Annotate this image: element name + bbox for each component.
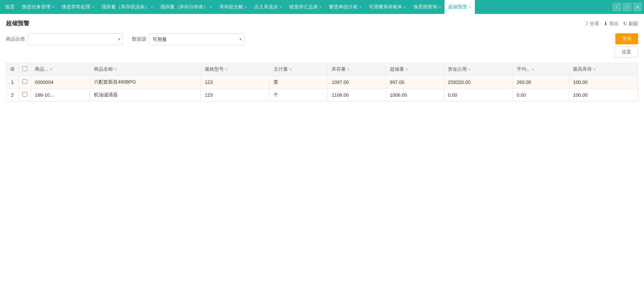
- close-icon-10[interactable]: ×: [439, 5, 441, 9]
- nav-label-2: 拣货异常处理: [62, 4, 90, 10]
- nav-item-overstock[interactable]: 超储预警 ×: [444, 0, 475, 14]
- cell-stock-1: 1106.00: [328, 89, 386, 101]
- export-label: 导出: [609, 21, 619, 27]
- nav-more-btn[interactable]: ≡: [633, 3, 642, 11]
- refresh-label: 刷新: [629, 21, 638, 27]
- nav-item-stock-dist[interactable]: 现存量（库存分布表） ×: [157, 0, 215, 14]
- category-select[interactable]: [28, 33, 123, 45]
- page-title: 超储预警: [6, 20, 29, 27]
- nav-label-3: 现存量（库存状况表）: [102, 4, 149, 10]
- sort-icon-max-stock: ⇅: [593, 67, 596, 71]
- th-unit[interactable]: 主计量 ⇅: [270, 63, 328, 76]
- close-icon-6[interactable]: ×: [279, 5, 282, 9]
- main-content: 超储预警 ⤴ 分享 ⬇ 导出 ↻ 刷新 商品分类: [0, 14, 644, 293]
- query-button[interactable]: 查询: [615, 33, 638, 44]
- nav-item-batch[interactable]: 库存批次账 ×: [216, 0, 250, 14]
- export-btn[interactable]: ⬇ 导出: [604, 21, 619, 27]
- gear-icon[interactable]: ⚙: [10, 66, 15, 72]
- sort-icon-overstock: ⇅: [405, 67, 408, 71]
- select-all-checkbox[interactable]: [22, 66, 27, 71]
- th-capital[interactable]: 资金占用 ⇅: [444, 63, 513, 76]
- export-icon: ⬇: [604, 21, 608, 26]
- nav-arrows: ‹ › ≡: [612, 3, 643, 11]
- datasource-select-wrapper: 可用量 ▾: [149, 33, 245, 45]
- th-spec[interactable]: 规格型号 ⇅: [201, 63, 270, 76]
- close-icon-4[interactable]: ×: [209, 5, 212, 9]
- nav-item-stock-status[interactable]: 现存量（库存状况表） ×: [98, 0, 157, 14]
- cell-unit-0: 套: [270, 76, 328, 89]
- nav-label-4: 现存量（库存分布表）: [160, 4, 208, 10]
- nav-label-1: 拣货任务管理: [22, 4, 51, 10]
- row-num-0: 1: [6, 76, 19, 89]
- close-icon-5[interactable]: ×: [245, 5, 247, 9]
- close-icon-3[interactable]: ×: [151, 5, 153, 9]
- nav-item-task-mgmt[interactable]: 拣货任务管理 ×: [18, 0, 58, 14]
- close-icon-9[interactable]: ×: [404, 5, 406, 9]
- th-max-stock-label: 最高库存: [573, 66, 592, 73]
- th-stock-label: 库存量: [332, 66, 346, 73]
- nav-label-9: 可用量库存账本: [369, 4, 402, 10]
- close-icon-1[interactable]: ×: [52, 5, 54, 9]
- category-label: 商品分类: [6, 36, 25, 42]
- cell-capital-0: 259220.00: [444, 76, 513, 89]
- cell-capital-1: 0.00: [444, 89, 513, 101]
- th-stock[interactable]: 库存量 ⇅: [328, 63, 386, 76]
- th-spec-label: 规格型号: [205, 66, 224, 73]
- nav-label-8: 要货单统计表: [329, 4, 358, 10]
- refresh-btn[interactable]: ↻ 刷新: [623, 21, 638, 27]
- row-num-1: 2: [6, 89, 19, 101]
- th-checkbox: [19, 63, 31, 76]
- cell-max-stock-0: 100.00: [569, 76, 638, 89]
- settings-button[interactable]: 设置: [615, 47, 638, 58]
- share-icon: ⤴: [586, 21, 588, 26]
- share-label: 分享: [590, 21, 599, 27]
- nav-prev-btn[interactable]: ‹: [612, 3, 621, 11]
- th-unit-label: 主计量: [274, 66, 288, 73]
- sort-icon-spec: ⇅: [225, 67, 228, 71]
- datasource-label: 数据源: [132, 36, 146, 42]
- th-overstock-label: 超储量: [390, 66, 404, 73]
- nav-item-summary[interactable]: 收发存汇总表 ×: [286, 0, 325, 14]
- nav-item-inout[interactable]: 出入库流水 ×: [250, 0, 285, 14]
- th-avg-label: 平均...: [517, 66, 530, 73]
- cell-spec-1: 123: [201, 89, 270, 101]
- nav-next-btn[interactable]: ›: [623, 3, 632, 11]
- th-product-name-label: 商品名称: [94, 66, 113, 73]
- row-check-1[interactable]: [22, 92, 27, 97]
- row-check-0[interactable]: [22, 79, 27, 84]
- th-overstock[interactable]: 超储量 ⇅: [386, 63, 444, 76]
- th-avg[interactable]: 平均... ⇅: [513, 63, 569, 76]
- sort-icon-product-code: ⇅: [50, 67, 52, 71]
- header-actions: ⤴ 分享 ⬇ 导出 ↻ 刷新: [586, 21, 638, 27]
- sort-icon-stock: ⇅: [347, 67, 350, 71]
- sort-icon-unit: ⇅: [289, 67, 292, 71]
- share-btn[interactable]: ⤴ 分享: [586, 21, 599, 27]
- th-product-code-label: 商品...: [35, 66, 48, 73]
- nav-item-exception[interactable]: 拣货异常处理 ×: [58, 0, 98, 14]
- table-row: 1 0000004 六配套新昌490BPG 123 套 1097.00 997.…: [6, 76, 638, 89]
- th-product-name[interactable]: 商品名称 ⇅: [90, 63, 201, 76]
- data-table: ⚙ 商品... ⇅ 商品名称 ⇅: [6, 63, 638, 101]
- nav-item-home[interactable]: 首页: [1, 0, 18, 14]
- filter-right: 查询 设置: [615, 33, 638, 58]
- close-icon-7[interactable]: ×: [319, 5, 322, 9]
- row-checkbox-0: [19, 76, 31, 89]
- nav-item-order-stat[interactable]: 要货单统计表 ×: [325, 0, 365, 14]
- nav-label-5: 库存批次账: [219, 4, 243, 10]
- sort-icon-avg: ⇅: [531, 67, 534, 71]
- nav-item-available[interactable]: 可用量库存账本 ×: [365, 0, 410, 14]
- close-icon-8[interactable]: ×: [359, 5, 361, 9]
- close-icon-2[interactable]: ×: [92, 5, 94, 9]
- nav-item-expiry[interactable]: 保质期查询 ×: [410, 0, 444, 14]
- close-icon-11[interactable]: ×: [469, 5, 471, 9]
- cell-product-name-0: 六配套新昌490BPG: [90, 76, 201, 89]
- nav-label-6: 出入库流水: [254, 4, 278, 10]
- th-max-stock[interactable]: 最高库存 ⇅: [569, 63, 638, 76]
- nav-bar: 首页 拣货任务管理 × 拣货异常处理 × 现存量（库存状况表） × 现存量（库存…: [0, 0, 644, 14]
- cell-product-code-1: 186-10...: [31, 89, 90, 101]
- datasource-select[interactable]: 可用量: [149, 33, 245, 45]
- table-row: 2 186-10... 机油滤清器 123 个 1106.00 1006.00 …: [6, 89, 638, 101]
- datasource-filter-group: 数据源 可用量 ▾: [132, 33, 245, 45]
- cell-stock-0: 1097.00: [328, 76, 386, 89]
- th-product-code[interactable]: 商品... ⇅: [31, 63, 90, 76]
